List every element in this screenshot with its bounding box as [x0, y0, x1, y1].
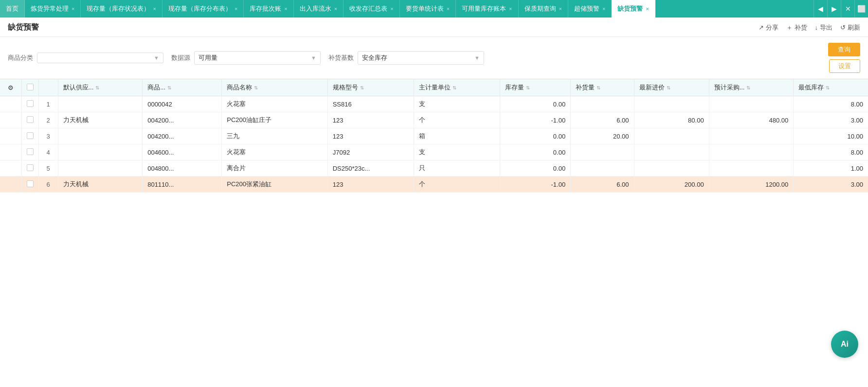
table-row[interactable]: 3 004200... 三九 123 箱 0.00 20.00 10.00	[0, 128, 868, 144]
row-settings-cell	[0, 176, 21, 193]
th-check	[21, 79, 38, 96]
tab-close-order-stats[interactable]: ×	[447, 6, 450, 12]
row-checkbox[interactable]	[27, 164, 34, 171]
row-supplier	[58, 160, 143, 176]
row-num: 2	[38, 112, 58, 128]
th-num	[38, 79, 58, 96]
row-min-stock: 8.00	[794, 144, 868, 160]
th-replen[interactable]: 补货量 ⇅	[571, 79, 634, 96]
query-button[interactable]: 查询	[828, 43, 860, 56]
tab-home[interactable]: 首页	[0, 0, 25, 18]
table-container: ⚙ 默认供应... ⇅ 商品...	[0, 79, 868, 193]
filter-buttons: 查询 设置	[828, 43, 860, 73]
tab-overstock[interactable]: 超储预警 ×	[568, 0, 612, 18]
tab-close-shortage[interactable]: ×	[646, 6, 649, 12]
th-settings[interactable]: ⚙	[0, 79, 21, 96]
tab-order-stats[interactable]: 要货单统计表 ×	[400, 0, 456, 18]
tab-shortage[interactable]: 缺货预警 ×	[612, 0, 655, 18]
ai-button-area: Ai	[831, 331, 858, 358]
th-min-stock[interactable]: 最低库存 ⇅	[794, 79, 868, 96]
tab-bar: 首页 炼货异常处理 × 现存量（库存状况表） × 现存量（库存分布表） × 库存…	[0, 0, 868, 18]
sort-icon-minstk: ⇅	[826, 85, 830, 90]
header-checkbox[interactable]	[27, 84, 34, 90]
row-name: 三九	[222, 128, 327, 144]
page-header: 缺货预警 ↗ 分享 ＋ 补货 ↓ 导出 ↺ 刷新	[0, 18, 868, 37]
tab-nav-prev[interactable]: ◀	[814, 0, 827, 18]
tab-close-collect-total[interactable]: ×	[390, 6, 393, 12]
row-checkbox[interactable]	[27, 116, 34, 123]
table-row[interactable]: 2 力天机械 004200... PC200油缸庄子 123 个 -1.00 6…	[0, 112, 868, 128]
row-checkbox[interactable]	[27, 148, 34, 155]
tab-collect-total[interactable]: 收发存汇总表 ×	[344, 0, 399, 18]
tab-close-batch-account[interactable]: ×	[284, 6, 287, 12]
tab-close-stock-dist[interactable]: ×	[235, 6, 237, 12]
tab-batch-account[interactable]: 库存批次账 ×	[244, 0, 293, 18]
tab-close-stock-status[interactable]: ×	[153, 6, 156, 12]
th-supplier[interactable]: 默认供应... ⇅	[58, 79, 143, 96]
row-name: 火花塞	[222, 96, 327, 112]
refresh-button[interactable]: ↺ 刷新	[840, 23, 860, 32]
th-spec[interactable]: 规格型号 ⇅	[327, 79, 414, 96]
filter-datasource-label: 数据源	[171, 53, 190, 62]
data-table: ⚙ 默认供应... ⇅ 商品...	[0, 79, 868, 193]
row-unit: 个	[414, 112, 500, 128]
row-est-purchase	[709, 160, 794, 176]
share-button[interactable]: ↗ 分享	[759, 23, 778, 32]
filter-datasource-select[interactable]: 可用量 ▼	[194, 51, 321, 65]
settings-button[interactable]: 设置	[829, 59, 860, 73]
row-min-stock: 3.00	[794, 112, 868, 128]
row-latest-price	[634, 144, 709, 160]
row-code: 004200...	[143, 128, 222, 144]
chevron-down-icon-replenish: ▼	[474, 55, 480, 61]
row-check-cell	[21, 144, 38, 160]
tab-nav-next[interactable]: ▶	[827, 0, 841, 18]
tab-close-inout-flow[interactable]: ×	[334, 6, 337, 12]
ai-button[interactable]: Ai	[831, 331, 858, 358]
row-spec: J7092	[327, 144, 414, 160]
tab-abnormal[interactable]: 炼货异常处理 ×	[25, 0, 81, 18]
tab-stock-dist[interactable]: 现存量（库存分布表） ×	[163, 0, 244, 18]
row-replen	[571, 144, 634, 160]
tab-close-abnormal[interactable]: ×	[72, 6, 74, 12]
th-est-purchase[interactable]: 预计采购... ⇅	[709, 79, 794, 96]
row-checkbox[interactable]	[27, 132, 34, 139]
tab-nav-close[interactable]: ✕	[841, 0, 854, 18]
th-unit[interactable]: 主计量单位 ⇅	[414, 79, 500, 96]
table-row[interactable]: 4 004600... 火花塞 J7092 支 0.00 8.00	[0, 144, 868, 160]
tab-close-expire-query[interactable]: ×	[559, 6, 562, 12]
row-unit: 个	[414, 176, 500, 193]
share-icon: ↗	[759, 24, 764, 31]
th-name[interactable]: 商品名称 ⇅	[222, 79, 327, 96]
row-num: 5	[38, 160, 58, 176]
replenish-button[interactable]: ＋ 补货	[786, 23, 807, 32]
row-min-stock: 1.00	[794, 160, 868, 176]
sort-icon-supplier: ⇅	[95, 85, 99, 90]
th-latest-price[interactable]: 最新进价 ⇅	[634, 79, 709, 96]
row-checkbox[interactable]	[27, 180, 34, 187]
row-settings-cell	[0, 160, 21, 176]
th-stock[interactable]: 库存量 ⇅	[500, 79, 571, 96]
row-name: 火花塞	[222, 144, 327, 160]
table-row[interactable]: 6 力天机械 801110... PC200张紧油缸 123 个 -1.00 6…	[0, 176, 868, 193]
tab-avail-ledger[interactable]: 可用量库存账本 ×	[456, 0, 518, 18]
row-checkbox[interactable]	[27, 100, 34, 107]
sort-icon-name: ⇅	[254, 85, 258, 90]
tab-inout-flow[interactable]: 出入库流水 ×	[294, 0, 344, 18]
row-est-purchase	[709, 128, 794, 144]
row-num: 3	[38, 128, 58, 144]
th-code[interactable]: 商品... ⇅	[143, 79, 222, 96]
filter-category-select[interactable]: ▼	[37, 53, 163, 63]
filter-category-group: 商品分类 ▼	[8, 53, 163, 63]
export-button[interactable]: ↓ 导出	[815, 23, 833, 32]
tab-close-overstock[interactable]: ×	[602, 6, 605, 12]
tab-expire-query[interactable]: 保质期查询 ×	[519, 0, 568, 18]
tab-nav-maximize[interactable]: ⬜	[854, 0, 868, 18]
tab-stock-status[interactable]: 现存量（库存状况表） ×	[81, 0, 162, 18]
tab-close-avail-ledger[interactable]: ×	[509, 6, 512, 12]
filter-replenish-base-group: 补货基数 安全库存 ▼	[328, 51, 484, 65]
table-row[interactable]: 5 004800... 离合片 DS250*23c... 只 0.00 1.00	[0, 160, 868, 176]
filter-replenish-base-select[interactable]: 安全库存 ▼	[358, 51, 484, 65]
row-stock: 0.00	[500, 160, 571, 176]
row-num: 6	[38, 176, 58, 193]
table-row[interactable]: 1 0000042 火花塞 SS816 支 0.00 8.00	[0, 96, 868, 112]
